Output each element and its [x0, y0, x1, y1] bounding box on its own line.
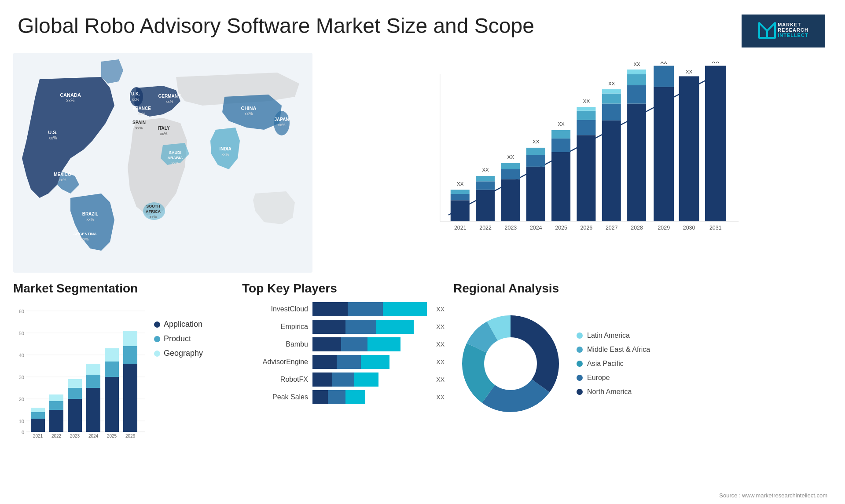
player-xx-empirica: XX	[436, 323, 445, 330]
logo-line1: MARKET	[778, 22, 808, 27]
player-xx-bambu: XX	[436, 341, 445, 348]
map-label-saudi: SAUDI	[169, 150, 181, 155]
bar-2026-seg4	[577, 107, 595, 111]
legend-item-product: Product	[154, 334, 203, 343]
source-text: Source : www.marketresearchintellect.com	[719, 492, 827, 499]
svg-rect-87	[123, 364, 137, 432]
legend-item-geography: Geography	[154, 349, 203, 358]
bar-2027-seg1	[602, 121, 621, 221]
map-label-brazil: BRAZIL	[82, 212, 99, 216]
svg-text:2023: 2023	[70, 434, 80, 438]
player-xx-advisorengine: XX	[436, 358, 445, 365]
segmentation-title: Market Segmentation	[13, 281, 233, 296]
bar-2021-seg3	[451, 190, 470, 194]
svg-text:ARABIA: ARABIA	[168, 156, 183, 160]
logo-line3: INTELLECT	[778, 33, 808, 38]
svg-text:xx%: xx%	[138, 112, 145, 116]
svg-text:xx%: xx%	[59, 178, 66, 182]
bar-2023-seg2	[501, 169, 520, 179]
bar-2026-seg2	[577, 120, 595, 135]
map-label-italy: ITALY	[158, 126, 170, 131]
svg-text:xx%: xx%	[132, 97, 139, 102]
svg-rect-84	[105, 362, 119, 377]
svg-text:2024: 2024	[530, 225, 542, 231]
svg-point-2	[130, 87, 143, 106]
players-list: InvestCloud XX Empirica XX	[242, 302, 445, 404]
players-section: Top Key Players InvestCloud XX Empirica	[242, 281, 445, 453]
bar-2023-seg1	[501, 179, 520, 222]
player-name-peaksales: Peak Sales	[242, 393, 308, 401]
svg-text:60: 60	[19, 309, 24, 314]
logo: MARKET RESEARCH INTELLECT	[739, 13, 827, 48]
reg-dot-middle-east	[577, 347, 583, 353]
svg-text:XX: XX	[583, 99, 590, 104]
map-label-us: U.S.	[48, 130, 57, 135]
player-bar-bambu	[312, 337, 430, 351]
regional-section: Regional Analysis	[453, 281, 832, 453]
reg-legend-latin-america: Latin America	[577, 332, 650, 340]
bar-2022-seg3	[476, 176, 495, 181]
seg-chart-container: 60 50 40 30 20 10 0	[13, 302, 150, 443]
map-label-argentina: ARGENTINA	[73, 232, 97, 236]
bar-2021-seg2	[451, 194, 470, 200]
svg-text:2029: 2029	[658, 225, 670, 231]
bar-group-2029: XX 2029	[654, 62, 674, 231]
bar-2028-seg3	[627, 74, 646, 85]
bar-2025-seg3	[551, 130, 570, 139]
svg-text:20: 20	[19, 397, 24, 402]
bar-chart-svg: XX 2021 XX 2022 XX 2023 XX 2024 XX	[339, 62, 823, 251]
player-name-advisorengine: AdvisorEngine	[242, 358, 308, 366]
reg-legend-asia-pacific: Asia Pacific	[577, 360, 650, 368]
top-row: CANADA xx% U.S. xx% MEXICO xx% BRAZIL xx…	[0, 53, 845, 273]
donut-chart	[453, 307, 568, 421]
bar-2022-seg1	[476, 190, 495, 221]
svg-text:0: 0	[22, 430, 24, 435]
svg-rect-44	[654, 66, 674, 87]
bar-2028-seg4	[627, 69, 646, 74]
player-name-bambu: Bambu	[242, 340, 308, 348]
segmentation-section: Market Segmentation 60 50 40 30 20 10 0	[13, 281, 233, 453]
svg-text:xx%: xx%	[165, 99, 173, 104]
svg-rect-81	[86, 364, 100, 375]
svg-text:2028: 2028	[631, 225, 643, 231]
map-label-spain: SPAIN	[132, 120, 146, 125]
player-bar-advisorengine	[312, 355, 430, 369]
player-row-investcloud: InvestCloud XX	[242, 302, 445, 316]
player-row-peaksales: Peak Sales XX	[242, 390, 445, 404]
svg-rect-80	[86, 375, 100, 388]
svg-rect-50	[705, 66, 726, 222]
svg-text:XX: XX	[558, 121, 565, 127]
svg-text:XX: XX	[608, 81, 615, 86]
svg-text:2023: 2023	[505, 225, 517, 231]
regional-legend: Latin America Middle East & Africa Asia …	[577, 332, 650, 396]
svg-text:XX: XX	[457, 181, 464, 186]
bar-seg3	[383, 302, 427, 316]
svg-rect-85	[105, 348, 119, 362]
map-label-france: FRANCE	[132, 106, 151, 111]
svg-text:2022: 2022	[51, 434, 62, 438]
segmentation-content: 60 50 40 30 20 10 0	[13, 302, 233, 443]
legend-dot-application	[154, 321, 160, 328]
svg-rect-88	[123, 346, 137, 364]
bottom-row: Market Segmentation 60 50 40 30 20 10 0	[0, 281, 845, 453]
svg-rect-83	[105, 377, 119, 432]
svg-text:xx%: xx%	[81, 237, 88, 241]
player-bar-empirica	[312, 320, 430, 334]
map-label-germany: GERMANY	[158, 94, 180, 99]
bar-group-2031: XX 2031	[705, 62, 726, 231]
svg-text:2026: 2026	[125, 434, 136, 438]
svg-rect-71	[49, 410, 63, 432]
map-label-japan: JAPAN	[274, 117, 289, 122]
logo-icon	[758, 21, 776, 39]
bar-2028-seg1	[627, 104, 646, 222]
legend-dot-product	[154, 336, 160, 342]
svg-text:2031: 2031	[709, 225, 722, 231]
regional-title: Regional Analysis	[453, 281, 832, 296]
segmentation-chart-svg: 60 50 40 30 20 10 0	[13, 302, 150, 443]
svg-text:2021: 2021	[454, 225, 467, 231]
svg-text:2022: 2022	[479, 225, 492, 231]
bar-2021-seg1	[451, 200, 470, 221]
donut-svg	[453, 307, 568, 421]
svg-rect-89	[123, 331, 137, 346]
svg-text:xx%: xx%	[86, 217, 94, 222]
